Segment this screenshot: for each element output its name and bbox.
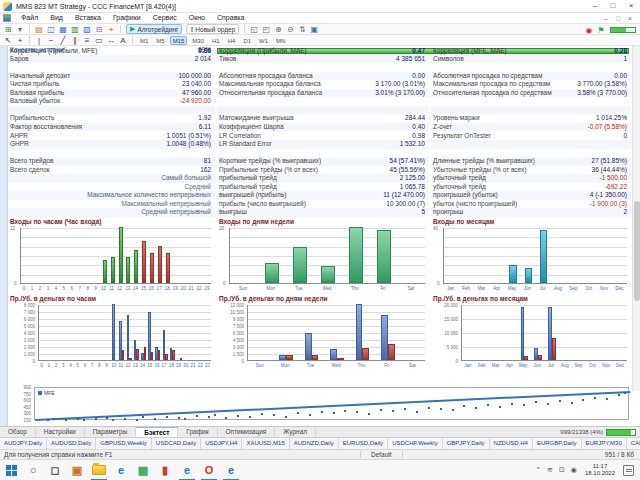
stat-value: 23 040.00 (182, 80, 211, 89)
tester-tab-Оптимизация[interactable]: Оптимизация (218, 427, 276, 437)
docked-panel-edge[interactable] (0, 46, 8, 437)
mdi-close-button[interactable]: × (624, 15, 636, 22)
mdi-minimize-button[interactable]: – (600, 15, 612, 22)
new-chart-icon[interactable]: ⊞ (2, 24, 14, 34)
tray-icon-1[interactable]: ⊡ (556, 466, 568, 474)
data-window-icon[interactable]: ▦ (57, 24, 69, 34)
maximize-button[interactable]: □ (604, 0, 622, 12)
text-label-icon[interactable]: A (117, 35, 129, 45)
menu-Вставка[interactable]: Вставка (69, 13, 107, 23)
taskbar-clock[interactable]: 11:1718.10.2022 (580, 463, 620, 477)
menu-Вид[interactable]: Вид (44, 13, 69, 23)
tester-tab-Параметры[interactable]: Параметры (85, 427, 137, 437)
opera-icon[interactable]: O (198, 460, 220, 480)
browser-icon[interactable]: e (220, 460, 242, 480)
trendline-icon[interactable]: ╱ (57, 35, 69, 45)
chart-tab-GBPUSD[interactable]: GBPUSD,Weekly (96, 438, 152, 449)
search-icon[interactable]: ○ (22, 460, 44, 480)
photos-icon[interactable]: ▩ (132, 460, 154, 480)
minimize-button[interactable]: – (586, 0, 604, 12)
profiles-icon[interactable]: ▤ (33, 24, 45, 34)
menu-Справка[interactable]: Справка (211, 13, 250, 23)
start-button[interactable] (0, 460, 22, 480)
timeframe-W1[interactable]: W1 (256, 36, 271, 45)
chart-tab-EURJPY[interactable]: EURJPY,M30 (582, 438, 627, 449)
tile-windows-icon[interactable]: ◱ (248, 24, 260, 34)
chart-tab-CADCHF[interactable]: CADCHF,Daily (627, 438, 640, 449)
timeframe-M30[interactable]: M30 (189, 36, 207, 45)
correlation-value: 0.28 (431, 47, 627, 54)
agent-icon[interactable]: ⚑ (595, 25, 607, 35)
auto-scroll-icon[interactable]: ⇅ (296, 24, 308, 34)
tray-icon-2[interactable]: ◉ (568, 466, 580, 474)
chart-tab-AUDJPY[interactable]: AUDJPY,Daily (0, 438, 47, 449)
mdi-child-icon[interactable] (3, 14, 11, 22)
timeframe-H1[interactable]: H1 (209, 36, 223, 45)
chart-tab-AUDUSD[interactable]: AUDUSD,Daily (47, 438, 96, 449)
menu-Сервис[interactable]: Сервис (147, 13, 183, 23)
chart-tab-USDJPY[interactable]: USDJPY,H4 (201, 438, 242, 449)
chart-tab-GBPJPY[interactable]: GBPJPY,Daily (443, 438, 490, 449)
file-explorer-icon[interactable] (88, 460, 110, 480)
zoom-in-icon[interactable]: ⊕ (272, 24, 284, 34)
strategy-tester-icon[interactable]: ⊟ (93, 24, 105, 34)
menu-Графики[interactable]: Графики (107, 13, 147, 23)
tray-icon-0[interactable]: ≋ (544, 466, 556, 474)
tester-tab-Настройки[interactable]: Настройки (36, 427, 85, 437)
algo-trading-button[interactable]: ▶Алготрейдинг (126, 24, 182, 34)
timeframe-M1[interactable]: M1 (137, 36, 151, 45)
ie-icon[interactable]: e (176, 460, 198, 480)
tester-tab-Бэктест[interactable]: Бэктест (136, 427, 178, 437)
tester-tab-Обзор[interactable]: Обзор (0, 427, 36, 437)
loss-bar (538, 355, 542, 360)
timeframe-MN[interactable]: MN (273, 36, 288, 45)
rectangle-icon[interactable]: ▭ (93, 35, 105, 45)
x-axis-label: May (504, 286, 519, 291)
cascade-windows-icon[interactable]: ◰ (260, 24, 272, 34)
chart-type-dropdown[interactable]: ▾ (14, 24, 26, 34)
chart-tab-XAUUSD[interactable]: XAUUSD,M15 (242, 438, 289, 449)
fibonacci-icon[interactable]: ≡ (81, 35, 93, 45)
tester-tab-График[interactable]: График (178, 427, 217, 437)
notification-center-icon[interactable] (623, 465, 634, 476)
menu-Файл[interactable]: Файл (15, 13, 44, 23)
crosshair-icon[interactable]: + (14, 35, 26, 45)
chart-tab-AUDNZD[interactable]: AUDNZD,Daily (290, 438, 339, 449)
zoom-out-icon[interactable]: ⊖ (284, 24, 296, 34)
close-button[interactable]: × (622, 0, 640, 12)
chart-tab-USDCAD[interactable]: USDCAD,Daily (152, 438, 201, 449)
task-view-icon[interactable]: ◻ (44, 460, 66, 480)
menu-Окно[interactable]: Окно (183, 13, 211, 23)
timeframe-M5[interactable]: M5 (153, 36, 167, 45)
scrollbar-thumb[interactable] (634, 201, 640, 301)
arrows-icon[interactable]: ↔ (105, 35, 117, 45)
entries-by-months-chart: Входы по месяцам400JanFebMarAprMayJunJul… (431, 218, 631, 295)
store-icon[interactable]: ▣ (66, 460, 88, 480)
chart-shift-icon[interactable]: ▣ (308, 24, 320, 34)
timeframe-D1[interactable]: D1 (240, 36, 254, 45)
mdi-maximize-button[interactable]: □ (612, 15, 624, 22)
tester-tab-Журнал[interactable]: Журнал (275, 427, 316, 437)
report-scrollbar[interactable] (632, 46, 640, 391)
tray-chevron-icon[interactable]: ⌃ (532, 466, 544, 474)
vertical-line-icon[interactable]: | (33, 35, 45, 45)
timeframe-H4[interactable]: H4 (225, 36, 239, 45)
status-profile[interactable]: Default (360, 451, 403, 458)
chart-tab-USDCHF[interactable]: USDCHF,Weekly (388, 438, 443, 449)
metatrader-icon[interactable]: ▮ (154, 460, 176, 480)
cursor-icon[interactable]: ↖ (2, 35, 14, 45)
chart-tab-NZDUSD[interactable]: NZDUSD,H4 (490, 438, 533, 449)
chart-tab-EURUSD[interactable]: EURUSD,Daily (339, 438, 388, 449)
new-order-icon[interactable]: + (105, 24, 117, 34)
channel-icon[interactable]: ∥ (69, 35, 81, 45)
edge-icon[interactable]: e (110, 460, 132, 480)
new-order-button[interactable]: ‖Новый ордер (186, 24, 239, 34)
timeframe-M15[interactable]: M15 (170, 36, 188, 45)
navigator-icon[interactable]: ▥ (69, 24, 81, 34)
market-watch-icon[interactable]: ◫ (45, 24, 57, 34)
chart-tab-EURGBP[interactable]: EURGBP,Daily (533, 438, 582, 449)
stop-test-icon[interactable]: ◉ (583, 25, 595, 35)
x-axis-label: Mar (489, 363, 503, 368)
toolbox-icon[interactable]: ▧ (81, 24, 93, 34)
horizontal-line-icon[interactable]: − (45, 35, 57, 45)
